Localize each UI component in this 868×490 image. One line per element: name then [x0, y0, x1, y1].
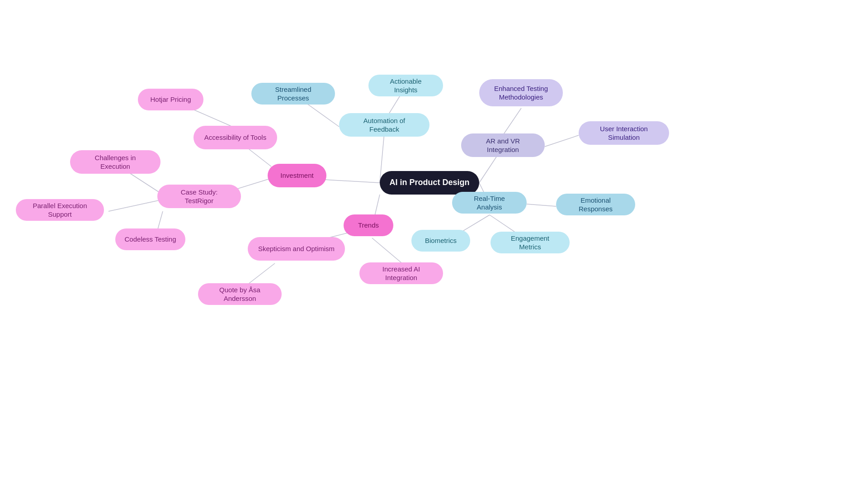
accessibility-node[interactable]: Accessibility of Tools: [193, 126, 277, 149]
svg-line-8: [545, 135, 579, 147]
enhanced-testing-node[interactable]: Enhanced Testing Methodologies: [479, 79, 563, 106]
svg-line-19: [108, 200, 163, 211]
case-study-node[interactable]: Case Study: TestRigor: [157, 185, 241, 208]
increased-ai-node[interactable]: Increased AI Integration: [359, 262, 443, 284]
actionable-insights-node[interactable]: Actionable Insights: [368, 75, 443, 96]
challenges-node[interactable]: Challenges in Execution: [70, 150, 160, 174]
biometrics-node[interactable]: Biometrics: [411, 230, 470, 252]
svg-line-20: [157, 211, 163, 231]
engagement-metrics-node[interactable]: Engagement Metrics: [491, 232, 570, 253]
streamlined-processes-node[interactable]: Streamlined Processes: [251, 83, 335, 105]
center-node[interactable]: AI in Product Design: [380, 171, 479, 195]
emotional-responses-node[interactable]: Emotional Responses: [556, 194, 635, 215]
svg-line-7: [503, 108, 521, 135]
svg-line-13: [372, 238, 404, 265]
trends-node[interactable]: Trends: [344, 214, 393, 236]
svg-line-14: [247, 263, 275, 285]
user-interaction-node[interactable]: User Interaction Simulation: [579, 121, 669, 145]
skepticism-node[interactable]: Skepticism and Optimism: [248, 237, 345, 261]
automation-feedback-node[interactable]: Automation of Feedback: [339, 113, 429, 137]
quote-node[interactable]: Quote by Åsa Andersson: [198, 283, 282, 305]
investment-node[interactable]: Investment: [268, 164, 326, 187]
hotjar-pricing-node[interactable]: Hotjar Pricing: [138, 89, 203, 110]
parallel-execution-node[interactable]: Parallel Execution Support: [16, 199, 104, 221]
codeless-testing-node[interactable]: Codeless Testing: [115, 228, 185, 250]
real-time-analysis-node[interactable]: Real-Time Analysis: [452, 192, 527, 214]
ar-vr-node[interactable]: AR and VR Integration: [461, 133, 545, 157]
svg-line-9: [527, 204, 556, 206]
